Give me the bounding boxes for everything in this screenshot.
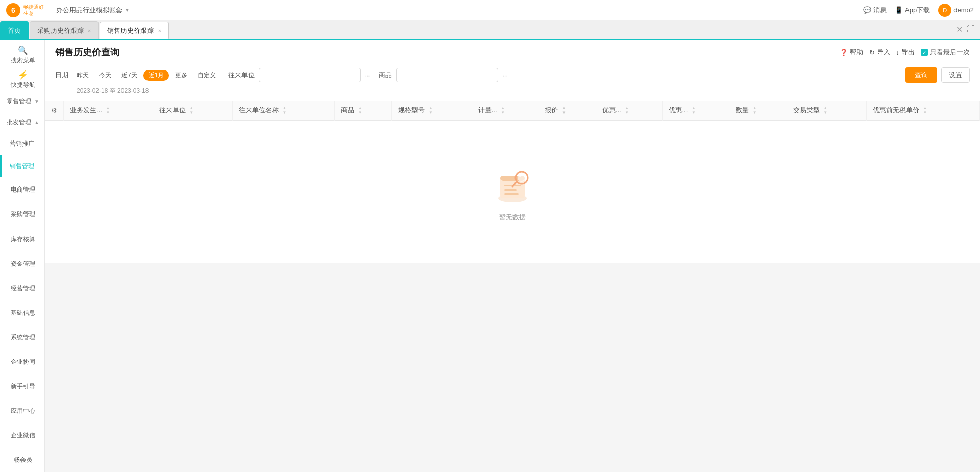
username: demo2 <box>953 6 974 14</box>
date-chip-more[interactable]: 更多 <box>171 70 191 81</box>
sidebar-item-apps[interactable]: 应用中心 <box>0 398 44 423</box>
svg-rect-5 <box>504 193 519 195</box>
sidebar-item-retail[interactable]: 零售管理 ▼ <box>0 91 44 112</box>
sidebar-item-retail-label: 零售管理 <box>7 98 31 104</box>
table-container: ⚙ 业务发生... ▲▼ 往来单位 ▲▼ 往来单位名称 ▲ <box>45 101 980 263</box>
tab-maximize-icon[interactable]: ⛶ <box>967 25 975 34</box>
tab-purchase-close-icon[interactable]: × <box>88 28 91 34</box>
th-spec-label: 规格型号 <box>398 106 425 114</box>
date-chip-custom[interactable]: 自定义 <box>193 70 220 81</box>
sidebar-item-inventory-label: 库存核算 <box>11 236 35 242</box>
th-discount1-label: 优惠... <box>602 106 621 114</box>
th-trade-type[interactable]: 交易类型 ▲▼ <box>787 101 866 121</box>
sidebar-item-marketing[interactable]: 营销推广 <box>0 132 44 155</box>
sidebar-item-quick[interactable]: ⚡ 快捷导航 <box>0 66 44 91</box>
help-label: 帮助 <box>850 48 863 57</box>
table-head: ⚙ 业务发生... ▲▼ 往来单位 ▲▼ 往来单位名称 ▲ <box>45 101 980 121</box>
svg-point-7 <box>518 174 526 182</box>
only-last-checkbox[interactable]: ✓ <box>921 49 928 56</box>
th-spec[interactable]: 规格型号 ▲▼ <box>392 101 472 121</box>
wholesale-expand-icon: ▲ <box>34 120 39 125</box>
sidebar-item-basic[interactable]: 基础信息 <box>0 300 44 325</box>
date-chips: 昨天 今天 近7天 近1月 更多 自定义 <box>72 70 220 81</box>
query-button[interactable]: 查询 <box>905 67 937 83</box>
th-pretax-price[interactable]: 优惠前无税单价 ▲▼ <box>866 101 979 121</box>
sidebar-item-wholesale[interactable]: 批发管理 ▲ <box>0 112 44 133</box>
th-biz-date[interactable]: 业务发生... ▲▼ <box>64 101 153 121</box>
tab-home[interactable]: 首页 <box>0 21 29 39</box>
sidebar-item-finance[interactable]: 资金管理 <box>0 251 44 276</box>
th-partner-name-label: 往来单位名称 <box>239 106 279 114</box>
sidebar-item-basic-label: 基础信息 <box>11 310 35 316</box>
date-filter-group: 日期 昨天 今天 近7天 近1月 更多 自定义 <box>55 70 220 81</box>
setting-button[interactable]: 设置 <box>941 67 970 83</box>
sidebar-item-system-label: 系统管理 <box>11 334 35 340</box>
th-unit[interactable]: 计量... ▲▼ <box>472 101 538 121</box>
th-discount2-sort-icon: ▲▼ <box>692 106 696 115</box>
app-download-label: App下载 <box>905 6 930 15</box>
user-area[interactable]: D demo2 <box>938 4 974 17</box>
svg-point-9 <box>519 175 521 177</box>
filter-right: 查询 设置 <box>905 67 970 83</box>
date-chip-7days[interactable]: 近7天 <box>117 70 141 81</box>
empty-text: 暂无数据 <box>499 213 526 222</box>
top-bar: 6 畅捷通好生意 办公用品行业模拟账套 ▼ 💬 消息 📱 App下载 D dem… <box>0 0 980 20</box>
date-chip-today[interactable]: 今天 <box>95 70 115 81</box>
sidebar-item-ecom[interactable]: 电商管理 <box>0 177 44 202</box>
workspace-name: 办公用品行业模拟账套 <box>56 6 122 15</box>
sidebar-item-enterprise-label: 企业协同 <box>11 359 35 365</box>
sidebar-item-purchase[interactable]: 采购管理 <box>0 202 44 226</box>
sidebar-item-guide[interactable]: 新手引导 <box>0 374 44 398</box>
date-range-text: 2023-02-18 至 2023-03-18 <box>77 87 149 95</box>
th-discount1[interactable]: 优惠... ▲▼ <box>596 101 663 121</box>
sidebar-item-member[interactable]: 畅会员 <box>0 447 44 472</box>
goods-dots-icon: ··· <box>502 72 508 79</box>
page-actions: ❓ 帮助 ↻ 导入 ↓ 导出 ✓ 只看最后一次 <box>840 48 970 57</box>
sidebar-item-enterprise[interactable]: 企业协同 <box>0 349 44 374</box>
sidebar-item-system[interactable]: 系统管理 <box>0 325 44 349</box>
th-discount2-label: 优惠... <box>669 106 688 114</box>
th-quantity-label: 数量 <box>736 106 749 114</box>
sidebar-item-apps-label: 应用中心 <box>11 408 35 414</box>
th-goods-label: 商品 <box>341 106 354 114</box>
date-range-display: 2023-02-18 至 2023-03-18 <box>55 87 970 101</box>
th-partner-code[interactable]: 往来单位 ▲▼ <box>153 101 232 121</box>
date-chip-1month[interactable]: 近1月 <box>143 70 169 81</box>
tab-purchase[interactable]: 采购历史价跟踪 × <box>30 21 99 39</box>
th-gear[interactable]: ⚙ <box>45 101 64 121</box>
app-download-icon: 📱 <box>895 6 903 14</box>
th-price[interactable]: 报价 ▲▼ <box>538 101 596 121</box>
table-body: 暂无数据 <box>45 121 980 263</box>
page-title-row: 销售历史价查询 ❓ 帮助 ↻ 导入 ↓ 导出 <box>55 46 970 58</box>
th-discount2[interactable]: 优惠... ▲▼ <box>663 101 729 121</box>
th-biz-date-sort-icon: ▲▼ <box>106 106 110 115</box>
message-btn[interactable]: 💬 消息 <box>863 6 887 15</box>
tab-sales-close-icon[interactable]: × <box>158 28 161 34</box>
th-quantity[interactable]: 数量 ▲▼ <box>729 101 787 121</box>
th-goods[interactable]: 商品 ▲▼ <box>335 101 392 121</box>
import-btn[interactable]: ↻ 导入 <box>869 48 890 57</box>
tab-close-all-icon[interactable]: ✕ <box>956 25 963 34</box>
th-partner-name[interactable]: 往来单位名称 ▲▼ <box>232 101 334 121</box>
workspace-selector[interactable]: 办公用品行业模拟账套 ▼ <box>56 6 130 15</box>
export-btn[interactable]: ↓ 导出 <box>896 48 915 57</box>
goods-input[interactable] <box>396 68 498 82</box>
page-header: 销售历史价查询 ❓ 帮助 ↻ 导入 ↓ 导出 <box>45 40 980 101</box>
sidebar-item-inventory[interactable]: 库存核算 <box>0 227 44 251</box>
sidebar-item-wechat[interactable]: 企业微信 <box>0 423 44 447</box>
top-right: 💬 消息 📱 App下载 D demo2 <box>863 4 974 17</box>
th-pretax-price-label: 优惠前无税单价 <box>873 106 919 114</box>
sidebar-item-search[interactable]: 🔍 搜索菜单 <box>0 42 44 66</box>
sidebar-item-operations[interactable]: 经营管理 <box>0 276 44 300</box>
tab-sales[interactable]: 销售历史价跟踪 × <box>100 22 168 39</box>
sidebar-item-guide-label: 新手引导 <box>11 383 35 389</box>
sidebar-item-wechat-label: 企业微信 <box>11 432 35 438</box>
help-btn[interactable]: ❓ 帮助 <box>840 48 863 57</box>
app-download-btn[interactable]: 📱 App下载 <box>895 6 930 15</box>
only-last-label[interactable]: ✓ 只看最后一次 <box>921 48 970 57</box>
date-chip-yesterday[interactable]: 昨天 <box>72 70 93 81</box>
sidebar-item-sales-mgmt[interactable]: 销售管理 <box>0 155 44 177</box>
avatar: D <box>938 4 951 17</box>
partner-input[interactable] <box>259 68 361 82</box>
import-icon: ↻ <box>869 49 875 56</box>
